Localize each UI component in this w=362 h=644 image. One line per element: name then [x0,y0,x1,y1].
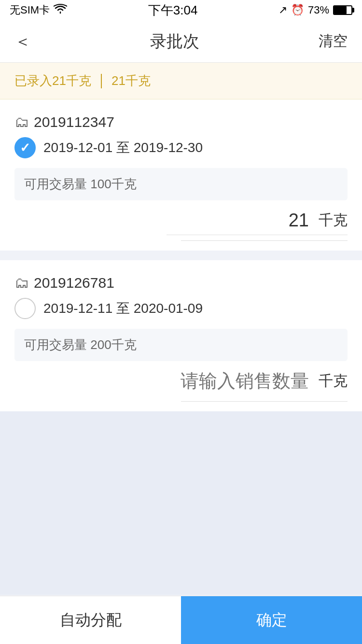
batch2-availability-box: 可用交易量 200千克 [14,329,348,361]
batch2-date: 2019-12-11 至 2020-01-09 [43,299,203,318]
status-left: 无SIM卡 [10,3,67,17]
batch1-checkbox[interactable] [14,137,36,158]
batch1-quantity-unit: 千克 [319,210,348,230]
batch2-quantity-row: 千克 [14,361,348,401]
batch2-underline [181,401,348,402]
batch2-checkbox[interactable] [14,298,36,319]
batch1-availability-box: 可用交易量 100千克 [14,168,348,200]
batch1-id: 2019112347 [34,114,114,130]
batch2-card: 🗂 2019126781 2019-12-11 至 2020-01-09 可用交… [0,260,362,411]
batch2-availability: 可用交易量 200千克 [24,337,137,352]
nav-bar: ＜ 录批次 清空 [0,20,362,63]
battery-percent: 73% [308,4,329,16]
auto-distribute-label: 自动分配 [60,610,122,631]
battery-icon [333,5,352,15]
batch2-icon: 🗂 [14,275,29,291]
confirm-label: 确定 [256,610,287,631]
back-button[interactable]: ＜ [14,30,31,53]
batch1-date-row[interactable]: 2019-12-01 至 2019-12-30 [14,137,348,158]
total-amount: 21千克 [111,72,151,89]
batch1-card: 🗂 2019112347 2019-12-01 至 2019-12-30 可用交… [0,99,362,251]
batch1-availability: 可用交易量 100千克 [24,177,137,191]
batch2-quantity-unit: 千克 [319,371,348,391]
status-right: ↗ ⏰ 73% [278,4,352,16]
status-time: 下午3:04 [148,2,198,19]
batch1-quantity-value[interactable]: 21 [289,210,309,231]
banner-divider [101,74,102,88]
auto-distribute-button[interactable]: 自动分配 [0,596,181,644]
batch1-id-row: 🗂 2019112347 [14,114,348,130]
location-icon: ↗ [278,4,287,16]
batch1-quantity-row: 21 千克 [14,200,348,240]
alarm-icon: ⏰ [291,4,304,16]
status-bar: 无SIM卡 下午3:04 ↗ ⏰ 73% [0,0,362,20]
batch2-id: 2019126781 [34,275,114,291]
confirm-button[interactable]: 确定 [181,596,362,644]
wifi-icon [54,3,67,17]
batch2-date-row[interactable]: 2019-12-11 至 2020-01-09 [14,298,348,319]
card-separator-1 [0,251,362,260]
batch2-quantity-input[interactable] [164,371,309,392]
empty-area [0,411,362,595]
batch2-id-row: 🗂 2019126781 [14,275,348,291]
batch1-date: 2019-12-01 至 2019-12-30 [43,139,203,157]
page-title: 录批次 [150,30,199,53]
recorded-amount: 已录入21千克 [14,72,91,89]
info-banner: 已录入21千克 21千克 [0,63,362,99]
batch1-divider [167,235,348,235]
clear-button[interactable]: 清空 [319,31,348,51]
bottom-bar: 自动分配 确定 [0,596,362,644]
batch1-icon: 🗂 [14,114,29,130]
carrier-text: 无SIM卡 [10,3,50,17]
batch1-underline [181,240,348,241]
